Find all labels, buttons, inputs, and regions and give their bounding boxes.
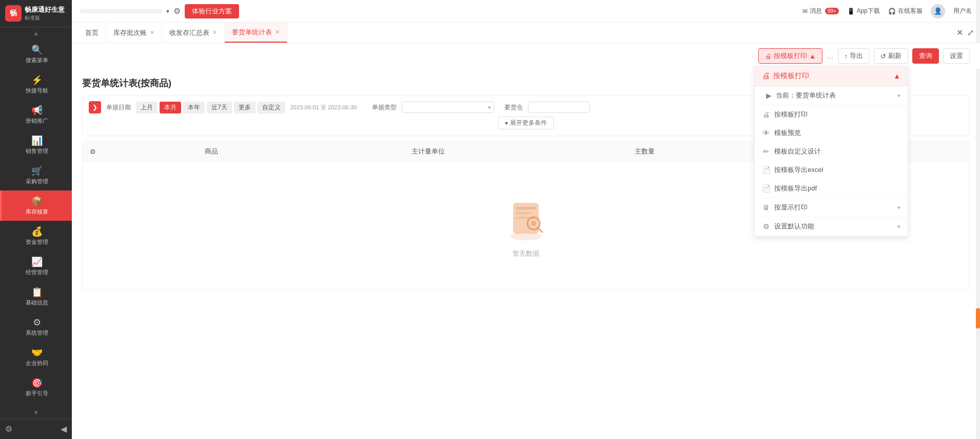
- tab-stock-batch-close[interactable]: ✕: [150, 29, 154, 36]
- template-print-button[interactable]: 🖨 按模板打印 ▲: [758, 48, 822, 64]
- marketing-icon: 📢: [31, 105, 43, 116]
- dropdown-current-template[interactable]: ▶ 当前：要货单统计表 ▾: [755, 86, 908, 105]
- sidebar-item-search[interactable]: 🔍 搜索菜单: [0, 39, 72, 69]
- inventory-icon: 📦: [31, 196, 43, 207]
- action-more-dots[interactable]: ...: [827, 51, 833, 61]
- settings-label: 设置: [950, 51, 963, 61]
- message-label: 消息: [810, 7, 822, 15]
- sidebar-nav: 🔍 搜索菜单 ⚡ 快捷导航 📢 营销推广 📊 销售管理 🛒 采购管理 📦 库存核…: [0, 39, 72, 407]
- guide-icon: 🎯: [31, 377, 43, 389]
- tab-stock-batch[interactable]: 库存批次账 ✕: [106, 23, 162, 43]
- collapse-icon[interactable]: ◀: [61, 424, 67, 434]
- date-btn-prev-month[interactable]: 上月: [136, 102, 158, 113]
- sidebar-item-coop[interactable]: 🤝 企业协同: [0, 342, 72, 372]
- type-filter-select[interactable]: [402, 102, 494, 113]
- dropdown-item-template-preview[interactable]: 👁 模板预览: [755, 124, 908, 142]
- sidebar-scroll-down[interactable]: ▼: [0, 407, 72, 418]
- logo-text: 畅康通好生意 标准版: [25, 6, 65, 21]
- dropdown-item-export-pdf[interactable]: 📄 按模板导出pdf: [755, 179, 908, 198]
- svg-rect-3: [516, 212, 531, 214]
- expand-more-label: 展开更多条件: [510, 119, 547, 127]
- tab-order-stats-close[interactable]: ✕: [275, 29, 280, 35]
- table-col-settings[interactable]: ⚙: [83, 143, 103, 161]
- sidebar-item-sales[interactable]: 📊 销售管理: [0, 130, 72, 160]
- operations-icon: 📈: [31, 256, 43, 268]
- sidebar-item-inventory[interactable]: 📦 库存核算: [0, 190, 72, 221]
- template-print-label: 按模板打印: [774, 51, 807, 61]
- trial-button[interactable]: 体验行业方案: [185, 4, 239, 18]
- refresh-label: 刷新: [888, 51, 901, 61]
- message-btn[interactable]: ✉ 消息 99+: [802, 7, 839, 15]
- table-col-unit: 主计量单位: [320, 142, 536, 161]
- set-default-icon: ⚙: [762, 222, 770, 231]
- sidebar-item-label: 搜索菜单: [26, 56, 48, 64]
- template-preview-icon: 👁: [762, 129, 770, 137]
- display-print-icon: 🖥: [762, 203, 770, 212]
- tab-receipt-summary[interactable]: 收发存汇总表 ✕: [162, 23, 225, 43]
- current-template-icon: ▶: [766, 91, 772, 100]
- topbar-dropdown-arrow[interactable]: ▾: [166, 8, 169, 15]
- tabbar-expand-button[interactable]: ⤢: [967, 28, 974, 37]
- more-condition-label: 要货仓: [504, 103, 523, 112]
- dropdown-item-set-default[interactable]: ⚙ 设置默认功能 ▾: [755, 217, 908, 236]
- tab-order-stats[interactable]: 要货单统计表 ✕: [225, 23, 287, 43]
- app-download-icon: 📱: [847, 8, 855, 15]
- user-avatar[interactable]: 👤: [931, 4, 945, 18]
- dropdown-collapse-btn[interactable]: ▲: [893, 72, 900, 80]
- export-excel-icon: 📄: [762, 166, 770, 174]
- date-btn-more[interactable]: 更多: [234, 102, 256, 113]
- app-download-btn[interactable]: 📱 App下载: [847, 7, 880, 15]
- username-label: 用户名: [953, 7, 972, 15]
- date-btn-custom[interactable]: 自定义: [258, 102, 285, 113]
- sidebar-item-label: 新手引导: [26, 390, 48, 397]
- online-service-label: 在线客服: [898, 7, 923, 15]
- sidebar-item-label: 资金管理: [26, 238, 48, 246]
- dropdown-item-export-excel[interactable]: 📄 按模板导出excel: [755, 161, 908, 179]
- date-range-display: 2023-06-01 至 2023-06-30: [290, 104, 357, 111]
- dropdown-display-print-section: 🖥 按显示打印 ▾: [755, 198, 908, 217]
- display-print-label: 按显示打印: [774, 203, 893, 212]
- dropdown-item-template-custom[interactable]: ✏ 模板自定义设计: [755, 142, 908, 161]
- topbar-gear-icon[interactable]: ⚙: [173, 6, 181, 16]
- filter-expand-toggle[interactable]: ❯: [89, 101, 101, 113]
- empty-text: 暂无数据: [513, 249, 539, 258]
- sidebar-item-label: 采购管理: [26, 178, 48, 185]
- date-btn-current-month[interactable]: 本月: [160, 102, 181, 113]
- topbar-right: ✉ 消息 99+ 📱 App下载 🎧 在线客服 👤 用户名: [802, 4, 972, 18]
- online-service-btn[interactable]: 🎧 在线客服: [888, 7, 923, 15]
- dropdown-item-template-print[interactable]: 🖨 按模板打印: [755, 105, 908, 124]
- settings-icon[interactable]: ⚙: [5, 424, 12, 434]
- sidebar-item-marketing[interactable]: 📢 营销推广: [0, 100, 72, 130]
- dropdown-items-section: 🖨 按模板打印 👁 模板预览 ✏ 模板自定义设计 📄 按模板导出excel 📄: [755, 105, 908, 198]
- sidebar-item-app-center[interactable]: 🔲 应用中心: [0, 403, 72, 407]
- scrollbar-thumb[interactable]: [976, 308, 980, 329]
- message-badge: 99+: [825, 8, 839, 14]
- sidebar-scroll-up[interactable]: ▲: [0, 27, 72, 39]
- export-pdf-icon: 📄: [762, 184, 770, 193]
- query-button[interactable]: 查询: [912, 48, 939, 64]
- sidebar-item-quick-nav[interactable]: ⚡ 快捷导航: [0, 69, 72, 100]
- refresh-button[interactable]: ↺ 刷新: [874, 48, 908, 64]
- sidebar-item-basics[interactable]: 📋 基础信息: [0, 281, 72, 312]
- more-condition-input[interactable]: [528, 102, 590, 113]
- expand-more-button[interactable]: ▾ 展开更多条件: [498, 117, 554, 129]
- tab-receipt-summary-close[interactable]: ✕: [212, 29, 217, 36]
- sidebar-item-finance[interactable]: 💰 资金管理: [0, 221, 72, 251]
- purchase-icon: 🛒: [31, 165, 43, 177]
- basics-icon: 📋: [31, 287, 43, 298]
- settings-button[interactable]: 设置: [943, 48, 970, 64]
- dropdown-item-display-print[interactable]: 🖥 按显示打印 ▾: [755, 198, 908, 217]
- sidebar-item-system[interactable]: ⚙ 系统管理: [0, 312, 72, 342]
- tabbar-close-button[interactable]: ✕: [956, 28, 963, 37]
- tab-home[interactable]: 首页: [78, 23, 106, 43]
- sidebar-item-label: 系统管理: [26, 329, 48, 337]
- sidebar-item-purchase[interactable]: 🛒 采购管理: [0, 160, 72, 190]
- sidebar-item-operations[interactable]: 📈 经营管理: [0, 251, 72, 281]
- table-col-goods: 商品: [103, 142, 320, 161]
- export-button[interactable]: ↑ 导出: [838, 48, 870, 64]
- sidebar-item-guide[interactable]: 🎯 新手引导: [0, 372, 72, 403]
- date-btn-current-year[interactable]: 本年: [183, 102, 205, 113]
- svg-point-7: [531, 221, 536, 226]
- app-download-label: App下载: [857, 7, 880, 15]
- date-btn-last-7-days[interactable]: 近7天: [207, 102, 232, 113]
